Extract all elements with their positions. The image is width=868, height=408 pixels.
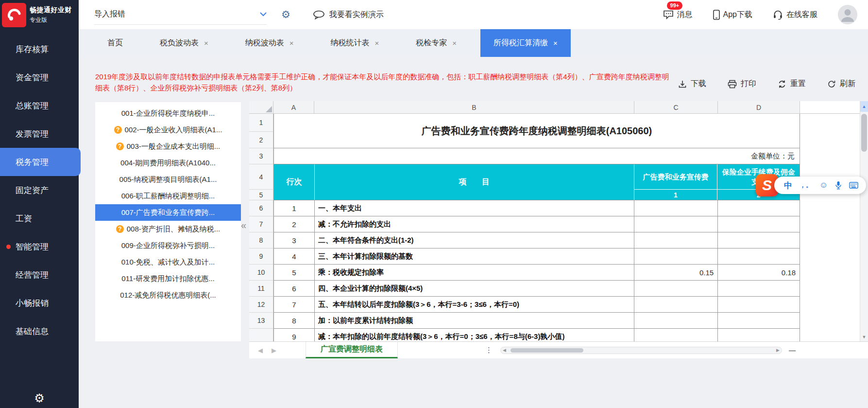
ime-punctuation-toggle[interactable]: ，。 [800,181,812,190]
sidebar-item-business-management[interactable]: 经营管理 [0,261,79,289]
row-header-9[interactable]: 9 [249,248,273,265]
value-cell-col2[interactable] [718,329,800,341]
ime-mode-toggle[interactable]: 中 [784,180,792,191]
report-item-005[interactable]: 005-纳税调整项目明细表(A1... [95,171,241,188]
keyboard-icon[interactable] [849,182,858,189]
sheet-title-cell[interactable]: 广告费和业务宣传费跨年度纳税调整明细表(A105060) [274,114,800,148]
item-cell[interactable]: 四、本企业计算的扣除限额(4×5) [315,281,634,297]
row-header-13[interactable]: 13 [249,313,273,329]
item-cell[interactable]: 五、本年结转以后年度扣除额(3＞6，本行=3-6；3≤6，本行=0) [315,297,634,313]
row-header-12[interactable]: 12 [249,297,273,313]
line-number-cell[interactable]: 7 [274,297,315,313]
row-header-14[interactable] [249,329,273,341]
line-number-cell[interactable]: 1 [274,200,315,216]
item-cell[interactable]: 乘：税收规定扣除率 [315,265,634,281]
row-header-5[interactable]: 5 [249,190,273,200]
value-cell-col2[interactable] [718,281,800,297]
line-number-cell[interactable]: 6 [274,281,315,297]
item-cell[interactable]: 二、本年符合条件的支出(1-2) [315,232,634,248]
report-item-011[interactable]: 011-研发费用加计扣除优惠... [95,270,241,287]
report-item-008[interactable]: ?008-资产折旧、摊销及纳税... [95,221,241,237]
item-cell[interactable]: 一、本年支出 [315,200,634,216]
column-header-d[interactable]: D [718,101,800,114]
tab-tax-expert[interactable]: 税检专家× [403,29,470,57]
value-cell-col2[interactable] [718,232,800,248]
item-cell[interactable]: 减：不允许扣除的支出 [315,216,634,232]
report-item-004[interactable]: 004-期间费用明细表(A1040... [95,155,241,171]
messages-button[interactable]: 99+ 消息 [663,10,693,20]
report-item-002[interactable]: ?002-一般企业收入明细表(A1... [95,122,241,138]
report-item-007[interactable]: 007-广告费和业务宣传费跨... [95,204,241,221]
value-cell-col1[interactable] [634,313,718,329]
scroll-down-icon[interactable]: ▼ [860,333,868,341]
refresh-button[interactable]: 刷新 [827,79,855,89]
value-cell-col2[interactable] [718,200,800,216]
report-item-009[interactable]: 009-企业所得税弥补亏损明... [95,237,241,254]
horizontal-scroll-thumb[interactable] [511,348,583,353]
sheet-prev-icon[interactable]: ◀ [258,347,263,354]
demo-link[interactable]: 我要看实例演示 [313,10,384,20]
value-cell-col1[interactable] [634,329,718,341]
column-header-a[interactable]: A [273,101,314,114]
select-all-corner[interactable] [249,101,273,114]
value-cell-col2[interactable]: 0.18 [718,265,800,281]
header-line-no-cell[interactable]: 行次 [274,164,315,200]
sidebar-item-general-ledger[interactable]: 总账管理 [0,91,79,120]
line-number-cell[interactable]: 4 [274,248,315,265]
header-item-cell[interactable]: 项 目 [315,164,634,200]
sidebar-item-fund-management[interactable]: 资金管理 [0,63,79,91]
item-cell[interactable]: 三、本年计算扣除限额的基数 [315,248,634,265]
value-cell-col2[interactable] [718,248,800,265]
gear-icon[interactable]: ⚙ [281,9,290,20]
report-item-001[interactable]: 001-企业所得税年度纳税申... [95,105,241,122]
line-number-cell[interactable]: 5 [274,265,315,281]
tab-tax-statistics-table[interactable]: 纳税统计表× [318,29,392,57]
value-cell-col1[interactable] [634,216,718,232]
settings-gear-icon[interactable]: ⚙ [0,391,79,405]
row-header-4[interactable]: 4 [249,164,273,190]
close-icon[interactable]: × [452,39,457,47]
close-icon[interactable]: × [204,39,208,47]
mic-icon[interactable] [835,181,842,190]
import-error-dropdown[interactable]: 导入报错 [94,4,267,25]
sidebar-item-tax-management[interactable]: 税务管理 [0,148,81,176]
scroll-left-icon[interactable]: ◀ [503,348,506,353]
value-cell-col1[interactable]: 0.15 [634,265,718,281]
line-number-cell[interactable]: 9 [274,329,315,341]
value-cell-col2[interactable] [718,216,800,232]
close-icon[interactable]: × [375,39,379,47]
report-item-006[interactable]: 006-职工薪酬纳税调整明细... [95,188,241,204]
sidebar-item-basic-info[interactable]: 基础信息 [0,317,79,345]
line-number-cell[interactable]: 2 [274,216,315,232]
sidebar-item-reimbursement[interactable]: 小畅报销 [0,289,79,317]
column-header-c[interactable]: C [634,101,718,114]
row-header-2[interactable]: 2 [249,132,273,148]
value-cell-col1[interactable] [634,281,718,297]
line-number-cell[interactable]: 3 [274,232,315,248]
value-cell-col1[interactable] [634,200,718,216]
vertical-scrollbar[interactable]: ▲ ▼ [860,101,868,341]
more-sheets-icon[interactable]: ⋮ [485,346,493,355]
report-item-010[interactable]: 010-免税、减计收入及加计... [95,254,241,270]
row-header-10[interactable]: 10 [249,265,273,281]
sidebar-item-smart-management[interactable]: 智能管理 [0,232,79,261]
avatar[interactable] [838,5,857,24]
row-header-1[interactable]: 1 [249,114,273,132]
vertical-scroll-thumb[interactable] [861,114,867,152]
sidebar-item-invoice-management[interactable]: 发票管理 [0,120,79,148]
row-header-6[interactable]: 6 [249,200,273,216]
horizontal-scrollbar[interactable]: ◀ ▶ [500,347,782,354]
tab-tax-fluctuation-table[interactable]: 纳税波动表× [232,29,307,57]
line-number-cell[interactable]: 8 [274,313,315,329]
row-header-8[interactable]: 8 [249,232,273,248]
tab-home[interactable]: 首页 [94,29,136,57]
app-download-button[interactable]: App下载 [713,10,752,20]
item-cell[interactable]: 减：本年扣除的以前年度结转额(3＞6，本行=0；3≤6，本行=8与(6-3)孰小… [315,329,634,341]
row-header-11[interactable]: 11 [249,281,273,297]
download-button[interactable]: 下载 [678,79,706,89]
online-service-button[interactable]: 在线客服 [773,10,817,20]
tab-tax-burden-table[interactable]: 税负波动表× [147,29,221,57]
reset-button[interactable]: 重置 [778,79,806,89]
close-icon[interactable]: × [553,39,558,47]
header-col1-cell[interactable]: 广告费和业务宣传费 1 [634,164,718,200]
